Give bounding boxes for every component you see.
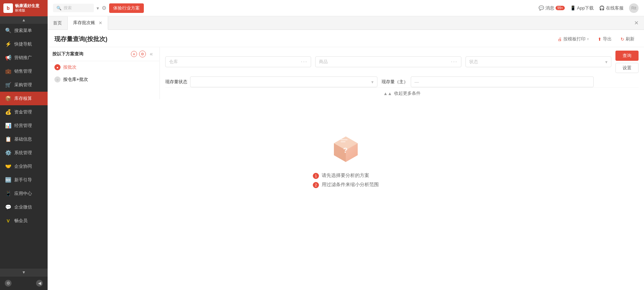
sidebar-item-label: 库存核算 <box>14 95 32 102</box>
inventory-qty-input[interactable]: — <box>411 76 594 87</box>
member-icon: V <box>5 217 12 224</box>
export-icon: ⬆ <box>598 37 601 42</box>
svg-text:?: ? <box>343 146 348 155</box>
collapse-more-btn[interactable]: ▲▲ 收起更多条件 <box>165 87 639 99</box>
settings-footer-btn[interactable]: ⚙ <box>5 280 12 287</box>
product-dots: ··· <box>451 59 457 65</box>
sidebar-item-label: 基础信息 <box>14 136 32 142</box>
messages-btn[interactable]: 💬 消息 99+ <box>539 5 565 11</box>
product-filter-field: 商品 ··· <box>315 56 461 67</box>
sidebar-nav: 🔍 搜索菜单 ⚡ 快捷导航 📢 营销推广 💼 销售管理 🛒 采购管理 📦 库存核… <box>0 24 48 269</box>
scheme-item-batch[interactable]: ● 按批次 <box>48 61 159 73</box>
sidebar-item-wechat[interactable]: 💬 企业微信 <box>0 200 48 214</box>
inventory-qty-label: 现存量（主） <box>382 79 408 85</box>
tip-number-1: 1 <box>313 173 319 179</box>
scroll-down-indicator[interactable]: ▼ <box>0 269 48 276</box>
tab-inventory-batch-label: 库存批次账 <box>73 20 95 26</box>
scheme-warehouse-batch-label: 按仓库+批次 <box>63 76 88 83</box>
warehouse-input[interactable]: 仓库 ··· <box>165 56 311 67</box>
sidebar-item-operations[interactable]: 📊 经营管理 <box>0 119 48 132</box>
scroll-up-indicator[interactable]: ▲ <box>0 16 48 24</box>
tip-text-2: 用过滤条件来缩小分析范围 <box>322 182 379 188</box>
sidebar-item-inventory[interactable]: 📦 库存核算 <box>0 92 48 105</box>
refresh-icon: ↻ <box>621 37 624 42</box>
tip-text-1: 请先选择要分析的方案 <box>322 173 369 179</box>
sidebar-item-apps[interactable]: 📱 应用中心 <box>0 187 48 200</box>
sidebar-item-enterprise[interactable]: 🤝 企业协同 <box>0 160 48 173</box>
print-btn[interactable]: 🖨 按模板打印 ▾ <box>555 35 592 43</box>
headset-icon: 🎧 <box>599 5 605 11</box>
scheme-settings-icon[interactable]: ⚙ <box>139 51 146 57</box>
empty-tip-2: 2 用过滤条件来缩小分析范围 <box>313 182 379 188</box>
refresh-btn[interactable]: ↻ 刷新 <box>618 35 637 43</box>
user-avatar-area[interactable]: Rit <box>629 3 639 13</box>
sidebar-item-label: 采购管理 <box>14 82 32 88</box>
topbar: 🔍 搜索 ▾ ⚙ 体验行业方案 💬 消息 99+ 📱 App下载 🎧 在线客服 <box>48 0 644 16</box>
tab-inventory-batch[interactable]: 库存批次账 ✕ <box>68 16 108 30</box>
wechat-icon: 💬 <box>5 204 12 211</box>
sidebar-item-basic[interactable]: 📋 基础信息 <box>0 132 48 146</box>
left-panel-actions: + ⚙ « <box>131 51 155 57</box>
warehouse-filter-field: 仓库 ··· <box>165 56 311 67</box>
sidebar-item-label: 快捷导航 <box>14 41 32 47</box>
company-name: 畅康通好生意 <box>15 3 39 8</box>
product-label: 商品 <box>319 59 328 65</box>
inventory-status-label: 现存量状态 <box>165 79 187 85</box>
experience-btn[interactable]: 体验行业方案 <box>109 3 144 13</box>
search-icon: 🔍 <box>56 6 62 11</box>
sidebar-item-label: 企业微信 <box>14 204 32 210</box>
inventory-status-dropdown-icon: ▾ <box>371 79 374 85</box>
add-scheme-btn[interactable]: + <box>131 51 137 57</box>
product-input[interactable]: 商品 ··· <box>315 56 461 67</box>
page-header-actions: 🖨 按模板打印 ▾ ⬆ 导出 ↻ 刷新 <box>555 35 637 43</box>
right-filter-area: 仓库 ··· 商品 ··· 状态 ▾ <box>160 47 644 99</box>
collapse-panel-icon[interactable]: « <box>148 51 155 57</box>
sidebar-item-label: 销售管理 <box>14 68 32 74</box>
app-download-btn[interactable]: 📱 App下载 <box>570 5 594 11</box>
inventory-status-input[interactable]: ▾ <box>190 76 377 87</box>
close-all-icon[interactable]: ✕ <box>634 20 639 26</box>
print-icon: 🖨 <box>558 37 562 42</box>
status-label: 状态 <box>469 59 478 65</box>
settings-icon[interactable]: ⚙ <box>102 5 106 11</box>
sidebar-item-search[interactable]: 🔍 搜索菜单 <box>0 24 48 37</box>
left-panel-header: 按以下方案查询 + ⚙ « <box>48 47 159 61</box>
global-search[interactable]: 🔍 搜索 <box>53 4 94 12</box>
collapse-sidebar-btn[interactable]: ◀ <box>36 280 43 287</box>
status-filter-field: 状态 ▾ <box>465 56 611 67</box>
sidebar-item-newbie[interactable]: 🆕 新手引导 <box>0 173 48 187</box>
scheme-item-warehouse-batch[interactable]: ○ 按仓库+批次 <box>48 73 159 86</box>
system-icon: ⚙️ <box>5 149 12 156</box>
scheme-inactive-dot: ○ <box>54 76 61 83</box>
topbar-right: 💬 消息 99+ 📱 App下载 🎧 在线客服 Rit <box>539 3 639 13</box>
apps-icon: 📱 <box>5 190 12 197</box>
filter-action-buttons: 查询 设置 <box>615 51 639 73</box>
sidebar-item-sales[interactable]: 💼 销售管理 <box>0 65 48 78</box>
sidebar-footer: ⚙ ◀ <box>0 276 48 290</box>
export-btn[interactable]: ⬆ 导出 <box>595 35 614 43</box>
tab-home[interactable]: 首页 <box>48 17 68 30</box>
sidebar-item-shortcuts[interactable]: ⚡ 快捷导航 <box>0 37 48 51</box>
sidebar-item-label: 畅会员 <box>14 218 28 224</box>
sidebar-item-purchase[interactable]: 🛒 采购管理 <box>0 78 48 92</box>
left-panel-title: 按以下方案查询 <box>52 51 83 57</box>
dropdown-arrow-icon[interactable]: ▾ <box>97 5 99 11</box>
page-header: 现存量查询(按批次) 🖨 按模板打印 ▾ ⬆ 导出 ↻ 刷新 <box>48 30 644 47</box>
print-dropdown-icon[interactable]: ▾ <box>587 37 589 41</box>
close-tab-icon[interactable]: ✕ <box>99 20 102 25</box>
collapse-label: 收起更多条件 <box>394 90 421 96</box>
purchase-icon: 🛒 <box>5 81 12 88</box>
status-input[interactable]: 状态 ▾ <box>465 56 611 67</box>
sidebar-item-marketing[interactable]: 📢 营销推广 <box>0 51 48 65</box>
empty-state: ? 1 请先选择要分析的方案 2 用过滤条件来缩小分析范围 <box>48 99 644 215</box>
sidebar-item-finance[interactable]: 💰 资金管理 <box>0 105 48 119</box>
settings-button[interactable]: 设置 <box>615 63 639 73</box>
warehouse-dots: ··· <box>301 59 307 65</box>
online-service-btn[interactable]: 🎧 在线客服 <box>599 5 624 11</box>
sidebar-item-member[interactable]: V 畅会员 <box>0 214 48 228</box>
tab-bar: 首页 库存批次账 ✕ ✕ <box>48 16 644 30</box>
filter-row-2: 现存量状态 ▾ 现存量（主） — <box>165 76 639 87</box>
query-button[interactable]: 查询 <box>615 51 639 61</box>
empty-tips: 1 请先选择要分析的方案 2 用过滤条件来缩小分析范围 <box>313 173 379 188</box>
sidebar-item-system[interactable]: ⚙️ 系统管理 <box>0 146 48 160</box>
